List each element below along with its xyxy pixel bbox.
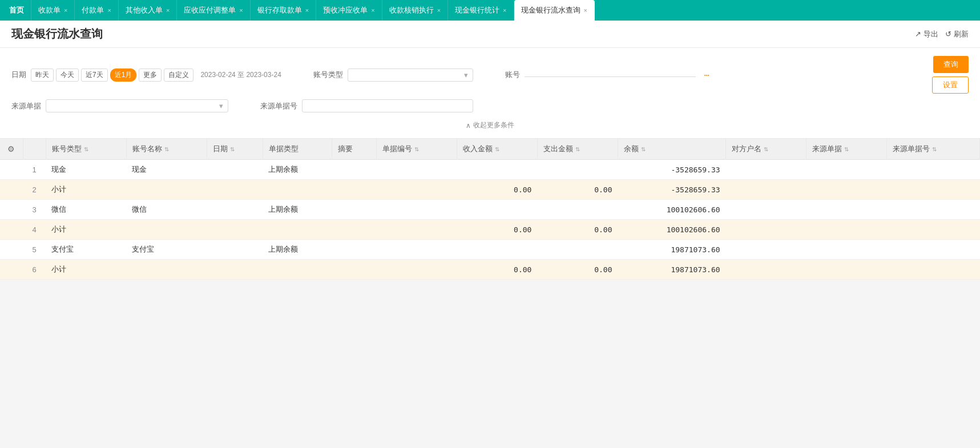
column-header-account_type[interactable]: 账号类型⇅	[46, 139, 126, 160]
row-date	[207, 260, 263, 280]
column-header-doc_no[interactable]: 单据编号⇅	[376, 139, 457, 160]
nav-item-payment[interactable]: 付款单×	[75, 0, 118, 21]
row-number: 3	[23, 200, 46, 220]
nav-item-cash-flow[interactable]: 现金银行流水查询×	[514, 0, 595, 21]
sort-icon-counterparty: ⇅	[764, 146, 768, 152]
row-gear-cell	[0, 220, 23, 240]
row-source-doc-no	[887, 160, 980, 180]
row-doc-type	[263, 180, 332, 200]
row-source-doc	[806, 220, 887, 240]
date-shortcut-近7天[interactable]: 近7天	[81, 68, 108, 82]
row-counterparty	[726, 240, 806, 260]
row-number: 4	[23, 220, 46, 240]
source-doc-no-filter-group: 来源单据号	[260, 99, 473, 112]
column-header-expense[interactable]: 支出金额⇅	[537, 139, 618, 160]
header-actions: ↗ 导出 ↺ 刷新	[915, 29, 969, 39]
nav-close-icon-cash-flow[interactable]: ×	[584, 7, 587, 14]
nav-item-ar-ap-adjust[interactable]: 应收应付调整单×	[177, 0, 250, 21]
column-header-counterparty[interactable]: 对方户名⇅	[726, 139, 806, 160]
row-account-type: 微信	[46, 200, 126, 220]
date-shortcut-昨天[interactable]: 昨天	[31, 68, 54, 82]
row-account-type: 小计	[46, 180, 126, 200]
table-row: 4小计0.000.00100102606.60	[0, 220, 980, 240]
nav-close-icon-receipt-verify[interactable]: ×	[437, 7, 441, 14]
row-source-doc-no	[887, 260, 980, 280]
export-button[interactable]: ↗ 导出	[915, 29, 938, 39]
column-header-doc_type: 单据类型	[263, 139, 332, 160]
date-shortcut-近1月[interactable]: 近1月	[110, 68, 137, 82]
nav-close-icon-payment[interactable]: ×	[107, 7, 111, 14]
sort-icon-account_type: ⇅	[84, 146, 88, 152]
row-expense	[537, 160, 618, 180]
collapse-bar[interactable]: ∧ 收起更多条件	[11, 118, 969, 130]
row-summary	[332, 180, 376, 200]
query-button[interactable]: 查询	[933, 56, 969, 73]
row-number: 1	[23, 160, 46, 180]
row-counterparty	[726, 260, 806, 280]
sort-icon-account_name: ⇅	[164, 146, 169, 152]
page-header: 现金银行流水查询 ↗ 导出 ↺ 刷新	[0, 21, 980, 48]
nav-item-receipt[interactable]: 收款单×	[31, 0, 75, 21]
account-type-select[interactable]: ▾	[348, 68, 473, 82]
row-account-name: 微信	[126, 200, 207, 220]
column-header-income[interactable]: 收入金额⇅	[457, 139, 537, 160]
source-doc-no-input[interactable]	[302, 99, 473, 112]
filter-row-2: 来源单据 ▾ 来源单据号	[11, 99, 969, 112]
source-doc-select[interactable]: ▾	[46, 99, 228, 112]
row-account-type: 小计	[46, 220, 126, 240]
nav-item-home[interactable]: 首页	[2, 0, 31, 21]
date-shortcut-自定义[interactable]: 自定义	[164, 68, 193, 82]
nav-item-other-income[interactable]: 其他收入单×	[119, 0, 177, 21]
column-header-account_name[interactable]: 账号名称⇅	[126, 139, 207, 160]
sort-icon-income: ⇅	[495, 146, 499, 152]
column-header-source_doc[interactable]: 来源单据⇅	[806, 139, 887, 160]
refresh-icon: ↺	[945, 30, 951, 38]
column-header-date[interactable]: 日期⇅	[207, 139, 263, 160]
date-shortcut-今天[interactable]: 今天	[56, 68, 79, 82]
nav-close-icon-cash-stats[interactable]: ×	[503, 7, 506, 14]
account-select[interactable]	[525, 73, 696, 77]
nav-close-icon-pre-receive[interactable]: ×	[371, 7, 374, 14]
date-range-text: 2023-02-24 至 2023-03-24	[200, 70, 281, 80]
nav-item-receipt-verify[interactable]: 收款核销执行×	[382, 0, 448, 21]
row-number: 2	[23, 180, 46, 200]
row-doc-no	[376, 160, 457, 180]
row-balance: 19871073.60	[618, 260, 725, 280]
row-income: 0.00	[457, 180, 537, 200]
row-counterparty	[726, 180, 806, 200]
row-source-doc	[806, 240, 887, 260]
nav-item-cash-stats[interactable]: 现金银行统计×	[448, 0, 514, 21]
settings-button[interactable]: 设置	[932, 76, 969, 94]
nav-item-pre-receive[interactable]: 预收冲应收单×	[316, 0, 382, 21]
row-gear-cell	[0, 260, 23, 280]
row-expense: 0.00	[537, 220, 618, 240]
row-counterparty	[726, 200, 806, 220]
date-shortcut-更多[interactable]: 更多	[139, 68, 162, 82]
nav-close-icon-bank-deposit[interactable]: ×	[305, 7, 309, 14]
source-doc-chevron-icon: ▾	[219, 102, 223, 110]
column-header-source_doc_no[interactable]: 来源单据号⇅	[887, 139, 980, 160]
row-date	[207, 200, 263, 220]
row-income	[457, 200, 537, 220]
row-doc-no	[376, 220, 457, 240]
row-number: 6	[23, 260, 46, 280]
row-account-name	[126, 260, 207, 280]
account-dots-button[interactable]: ···	[704, 69, 709, 81]
row-summary	[332, 160, 376, 180]
refresh-button[interactable]: ↺ 刷新	[945, 29, 969, 39]
row-summary	[332, 220, 376, 240]
account-type-label: 账号类型	[313, 70, 343, 80]
nav-close-icon-receipt[interactable]: ×	[64, 7, 67, 14]
row-expense	[537, 200, 618, 220]
nav-close-icon-ar-ap-adjust[interactable]: ×	[239, 7, 243, 14]
row-counterparty	[726, 160, 806, 180]
column-header-balance[interactable]: 余额⇅	[618, 139, 725, 160]
gear-icon[interactable]: ⚙	[7, 144, 15, 154]
row-account-type: 小计	[46, 260, 126, 280]
row-income: 0.00	[457, 260, 537, 280]
column-header-gear[interactable]: ⚙	[0, 139, 23, 160]
row-source-doc-no	[887, 220, 980, 240]
row-doc-type	[263, 220, 332, 240]
nav-close-icon-other-income[interactable]: ×	[166, 7, 170, 14]
nav-item-bank-deposit[interactable]: 银行存取款单×	[251, 0, 316, 21]
